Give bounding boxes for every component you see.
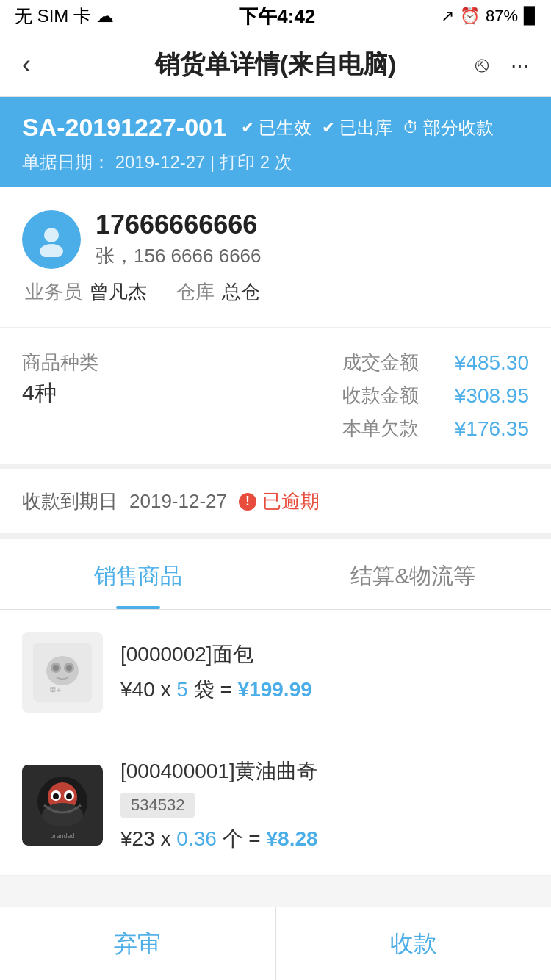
product-info-1: [0000002]面包 ¥40 x 5 袋 = ¥199.99	[120, 641, 529, 704]
customer-avatar	[22, 210, 81, 269]
order-badges: ✔ 已生效 ✔ 已出库 ⏱ 部分收款	[241, 116, 494, 140]
collect-payment-button[interactable]: 收款	[276, 907, 552, 980]
customer-info: 17666666666 张，156 6666 6666	[96, 209, 262, 269]
order-header-banner: SA-20191227-001 ✔ 已生效 ✔ 已出库 ⏱ 部分收款 单据日期：…	[0, 97, 551, 187]
status-right: ↗ ⏰ 87% ▉	[441, 7, 536, 26]
share-icon[interactable]: ⎋	[475, 52, 489, 77]
product-base-price-2: ¥23	[120, 827, 155, 850]
received-row: 收款金额 ¥308.95	[342, 383, 529, 408]
product-name-2: [000400001]黄油曲奇	[120, 757, 529, 785]
cancel-review-label: 弃审	[114, 928, 161, 960]
customer-meta: 业务员 曾凡杰 仓库 总仓	[22, 279, 529, 305]
debt-row: 本单欠款 ¥176.35	[342, 416, 529, 442]
clock-icon: ⏱	[403, 118, 419, 137]
date-label: 单据日期：	[22, 152, 110, 172]
svg-point-0	[44, 228, 59, 242]
svg-point-7	[66, 665, 72, 671]
debt-label: 本单欠款	[342, 416, 419, 442]
sales-name: 曾凡杰	[90, 279, 147, 305]
warehouse-meta: 仓库 总仓	[176, 279, 260, 305]
status-time: 下午4:42	[239, 4, 315, 29]
svg-point-12	[42, 803, 83, 826]
page-title: 销货单详情(来自电脑)	[155, 48, 397, 82]
due-date-section: 收款到期日 2019-12-27 ! 已逾期	[0, 469, 551, 539]
product-thumb-2: branded	[22, 765, 103, 846]
badge-shipped: ✔ 已出库	[322, 116, 392, 140]
warehouse-name: 总仓	[222, 279, 260, 305]
product-total-1: ¥199.99	[238, 678, 312, 701]
sales-label: 业务员	[25, 279, 82, 305]
product-qty-1: 5	[176, 678, 188, 701]
product-unit-1: 袋	[194, 678, 215, 701]
more-icon[interactable]: ···	[511, 52, 529, 77]
svg-text:branded: branded	[50, 832, 74, 840]
svg-point-15	[53, 793, 59, 799]
customer-top: 17666666666 张，156 6666 6666	[22, 209, 529, 269]
stats-section: 商品种类 4种 成交金额 ¥485.30 收款金额 ¥308.95 本单欠款 ¥…	[0, 328, 551, 469]
overdue-icon: !	[239, 493, 256, 511]
tab-billing[interactable]: 结算&物流等	[276, 539, 551, 609]
back-button[interactable]: ‹	[22, 49, 66, 80]
product-equals-2: =	[248, 827, 266, 850]
nav-right-actions: ⎋ ···	[475, 52, 529, 77]
tabs-container: 销售商品 结算&物流等	[0, 539, 551, 610]
product-code-2: [000400001]	[120, 760, 235, 782]
product-sku-badge: 534532	[120, 793, 195, 818]
tab-sales-label: 销售商品	[94, 563, 182, 588]
product-multiply-2: x	[161, 827, 177, 850]
product-title-1: 面包	[212, 643, 253, 666]
due-date: 2019-12-27	[129, 490, 227, 513]
product-thumb-1: 里+	[22, 632, 103, 713]
check-icon-1: ✔	[241, 118, 254, 137]
order-id: SA-20191227-001	[22, 113, 226, 142]
badge-effective-text: 已生效	[259, 116, 311, 140]
bottom-bar: 弃审 收款	[0, 907, 551, 980]
product-multiply-1: x	[161, 678, 177, 701]
status-left: 无 SIM 卡 ☁	[15, 4, 114, 28]
product-item: branded [000400001]黄油曲奇 534532 ¥23 x 0.3…	[0, 735, 551, 876]
product-code-1: [0000002]	[120, 643, 212, 666]
product-total-2: ¥8.28	[266, 827, 317, 850]
product-type-stat: 商品种类 4种	[22, 350, 98, 408]
type-count: 4种	[22, 378, 98, 408]
svg-point-1	[40, 244, 63, 257]
overdue-text: 已逾期	[262, 489, 320, 514]
badge-shipped-text: 已出库	[339, 116, 392, 140]
due-label: 收款到期日	[22, 489, 118, 514]
print-count: 2	[260, 152, 270, 172]
product-image-2: branded	[22, 765, 103, 846]
badge-partial-text: 部分收款	[423, 116, 494, 140]
product-qty-2: 0.36	[176, 827, 217, 850]
nav-bar: ‹ 销货单详情(来自电脑) ⎋ ···	[0, 32, 551, 97]
print-label: | 打印	[210, 152, 255, 172]
svg-text:里+: 里+	[49, 686, 61, 694]
banner-top: SA-20191227-001 ✔ 已生效 ✔ 已出库 ⏱ 部分收款	[22, 113, 529, 142]
status-bar: 无 SIM 卡 ☁ 下午4:42 ↗ ⏰ 87% ▉	[0, 0, 551, 32]
product-image-placeholder-1: 里+	[22, 632, 103, 713]
order-date: 2019-12-27	[115, 152, 206, 172]
signal-text: 无 SIM 卡 ☁	[15, 4, 114, 28]
type-label: 商品种类	[22, 350, 98, 375]
svg-point-6	[53, 665, 59, 671]
product-title-2: 黄油曲奇	[235, 760, 317, 782]
print-suffix: 次	[275, 152, 292, 172]
received-value: ¥308.95	[433, 384, 529, 408]
badge-partial: ⏱ 部分收款	[403, 116, 494, 140]
tab-sales-products[interactable]: 销售商品	[0, 539, 276, 609]
sales-meta: 业务员 曾凡杰	[25, 279, 147, 305]
battery-text: 87%	[486, 7, 518, 26]
collect-payment-label: 收款	[390, 928, 437, 960]
amount-row: 成交金额 ¥485.30	[342, 350, 529, 375]
products-list: 里+ [0000002]面包 ¥40 x 5 袋 = ¥199.99	[0, 610, 551, 876]
product-item: 里+ [0000002]面包 ¥40 x 5 袋 = ¥199.99	[0, 610, 551, 735]
product-price-1: ¥40 x 5 袋 = ¥199.99	[120, 676, 529, 704]
check-icon-2: ✔	[322, 118, 335, 137]
amount-label: 成交金额	[342, 350, 419, 375]
customer-section: 17666666666 张，156 6666 6666 业务员 曾凡杰 仓库 总…	[0, 187, 551, 328]
amount-stats: 成交金额 ¥485.30 收款金额 ¥308.95 本单欠款 ¥176.35	[342, 350, 529, 442]
cancel-review-button[interactable]: 弃审	[0, 907, 276, 980]
badge-effective: ✔ 已生效	[241, 116, 311, 140]
product-info-2: [000400001]黄油曲奇 534532 ¥23 x 0.36 个 = ¥8…	[120, 757, 529, 853]
received-label: 收款金额	[342, 383, 419, 408]
product-base-price-1: ¥40	[120, 678, 155, 701]
